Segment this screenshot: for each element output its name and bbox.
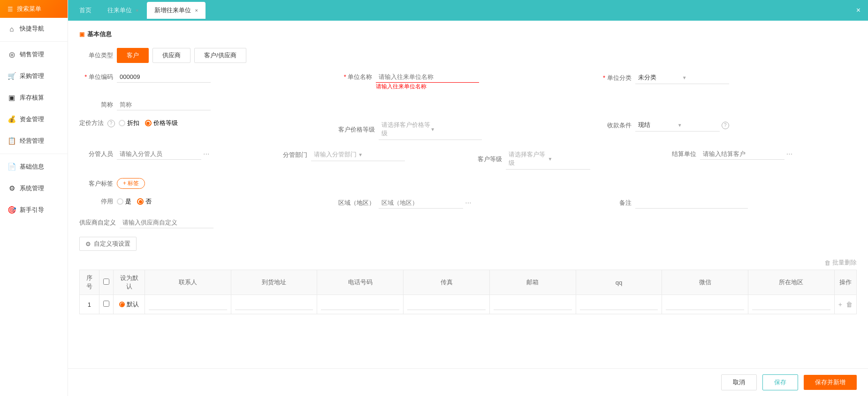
row-fax-input[interactable]	[407, 299, 486, 310]
sidebar-item-guide[interactable]: 🎯新手引导	[0, 199, 68, 221]
quick-nav-icon: ⌂	[8, 24, 16, 33]
col-no: 序号	[80, 270, 99, 295]
sidebar-item-sales[interactable]: ◎销售管理	[0, 44, 68, 65]
row-email-input[interactable]	[494, 299, 572, 310]
sidebar-item-quick-nav[interactable]: ⌂快捷导航	[0, 18, 68, 39]
col-check	[99, 270, 113, 295]
payment-help-icon[interactable]: ?	[722, 122, 729, 129]
custom-settings-btn[interactable]: ⚙ 自定义项设置	[79, 237, 137, 251]
sidebar-item-label-system: 系统管理	[20, 184, 44, 193]
unit-name-input[interactable]	[376, 71, 479, 83]
customer-level-select[interactable]: 请选择客户等级 ▼	[506, 148, 590, 170]
tab-new-contact[interactable]: 新增往来单位 ×	[147, 2, 205, 19]
type-btn-customer[interactable]: 客户	[117, 48, 149, 63]
manager-more[interactable]: ···	[201, 150, 211, 158]
search-menu[interactable]: ☰ 搜索菜单	[0, 0, 68, 18]
supplier-custom-row: 供应商自定义	[79, 217, 857, 228]
settlement-more[interactable]: ···	[784, 150, 794, 158]
customer-level-field: 客户等级 请选择客户等级 ▼	[468, 148, 662, 170]
customer-level-arrow: ▼	[548, 156, 587, 162]
row-phone-input[interactable]	[321, 299, 399, 310]
sidebar-item-system[interactable]: ⚙系统管理	[0, 178, 68, 199]
sidebar-item-inventory[interactable]: ▣库存核算	[0, 87, 68, 109]
customer-level-label: 客户等级	[468, 155, 506, 163]
payment-select[interactable]: 现结 ▼	[635, 119, 720, 132]
disable-yes[interactable]: 是	[117, 197, 131, 206]
row-delete-btn[interactable]: 🗑	[846, 301, 853, 308]
unit-code-field: * 单位编码	[79, 71, 338, 83]
tab-home-label: 首页	[79, 6, 91, 15]
sidebar-item-operations[interactable]: 📋经营管理	[0, 130, 68, 152]
section-basic-info: ▣ 基本信息	[79, 30, 857, 39]
abbr-label: 简称	[79, 101, 117, 109]
disable-no[interactable]: 否	[137, 197, 152, 206]
row-add-btn[interactable]: +	[838, 301, 842, 308]
remark-label: 备注	[598, 199, 635, 207]
payment-field: 收款条件 现结 ▼ ?	[598, 119, 857, 132]
sidebar-item-label-purchase: 采购管理	[20, 72, 44, 80]
manager-field: 分管人员 ···	[79, 148, 274, 160]
save-and-new-button[interactable]: 保存并新增	[804, 375, 857, 390]
sidebar: ☰ 搜索菜单 ⌂快捷导航◎销售管理🛒采购管理▣库存核算💰资金管理📋经营管理📄基础…	[0, 0, 68, 396]
pricing-discount[interactable]: 折扣	[119, 119, 139, 127]
dept-select[interactable]: 请输入分管部门 ▼	[311, 148, 405, 161]
unit-category-label: * 单位分类	[598, 74, 635, 82]
area-input[interactable]	[379, 197, 463, 209]
row-qq-input[interactable]	[580, 299, 658, 310]
basic-icon: 📄	[8, 163, 16, 171]
unit-name-label: * 单位名称	[338, 73, 376, 81]
row-contact	[145, 295, 231, 314]
sidebar-item-finance[interactable]: 💰资金管理	[0, 109, 68, 130]
row-contact-input[interactable]	[149, 299, 227, 310]
select-all-checkbox[interactable]	[103, 279, 109, 285]
sidebar-item-label-inventory: 库存核算	[20, 93, 44, 102]
tab-new-contact-label: 新增往来单位	[154, 6, 191, 15]
batch-delete-btn[interactable]: 🗑 批量删除	[824, 258, 857, 267]
unit-category-select[interactable]: 未分类 ▼	[635, 71, 729, 84]
code-name-row: * 单位编码 * 单位名称 请输入往来单位名称 * 单位分类	[79, 71, 857, 91]
customer-price-select[interactable]: 请选择客户价格等级 ▼	[379, 119, 482, 140]
unit-code-label: * 单位编码	[79, 73, 117, 81]
table-header-row: 序号 设为默认 联系人 到货地址 电话号码 传真 邮箱 qq 微信 所在地区 操…	[80, 270, 857, 295]
purchase-icon: 🛒	[8, 72, 16, 80]
row-address-input[interactable]	[235, 299, 313, 310]
pricing-help-icon[interactable]: ?	[107, 120, 115, 127]
row-checkbox[interactable]	[103, 301, 109, 307]
row-no: 1	[80, 295, 99, 314]
sidebar-item-basic[interactable]: 📄基础信息	[0, 156, 68, 178]
close-all-tabs[interactable]: ×	[853, 6, 864, 15]
pricing-level[interactable]: 价格等级	[145, 119, 178, 127]
area-more[interactable]: ···	[463, 199, 473, 207]
tab-contacts-label: 往来单位	[107, 6, 132, 15]
disable-field: 停用 是 否	[79, 197, 338, 206]
save-button[interactable]: 保存	[762, 374, 798, 390]
tab-contacts[interactable]: 往来单位 ×	[100, 2, 146, 19]
pricing-radio-group: 折扣 价格等级	[119, 119, 178, 127]
tab-new-contact-close[interactable]: ×	[195, 8, 198, 13]
dept-field: 分管部门 请输入分管部门 ▼	[274, 148, 468, 161]
pricing-label: 定价方法 ?	[79, 119, 119, 127]
cancel-button[interactable]: 取消	[721, 374, 757, 390]
row-region-input[interactable]	[752, 299, 830, 310]
table-section: 🗑 批量删除 序号 设为默认 联系人 到货地址 电话号码 传真 邮箱 qq	[79, 258, 857, 314]
supplier-custom-input[interactable]	[120, 217, 213, 228]
sidebar-item-purchase[interactable]: 🛒采购管理	[0, 65, 68, 87]
add-tag-button[interactable]: + 标签	[117, 178, 145, 189]
tab-contacts-close[interactable]: ×	[136, 8, 138, 13]
abbr-input[interactable]	[117, 99, 211, 110]
type-btn-supplier[interactable]: 供应商	[152, 48, 190, 63]
form-content: ▣ 基本信息 单位类型 客户供应商客户/供应商 * 单位编码 * 单位名称	[68, 21, 868, 368]
settlement-input[interactable]	[700, 148, 784, 160]
unit-code-input[interactable]	[117, 71, 211, 83]
supplier-custom-label: 供应商自定义	[79, 218, 120, 227]
settlement-field: 结算单位 ···	[662, 148, 857, 160]
row-wechat-input[interactable]	[666, 299, 744, 310]
row-default-label: 默认	[127, 300, 139, 309]
remark-input[interactable]	[635, 197, 748, 209]
tab-home[interactable]: 首页	[72, 2, 99, 19]
sidebar-item-label-guide: 新手引导	[20, 206, 44, 214]
unit-name-error: 请输入往来单位名称	[376, 83, 426, 90]
type-btn-both[interactable]: 客户/供应商	[194, 48, 246, 63]
manager-input[interactable]	[117, 148, 201, 160]
row-default-radio[interactable]	[119, 302, 125, 307]
